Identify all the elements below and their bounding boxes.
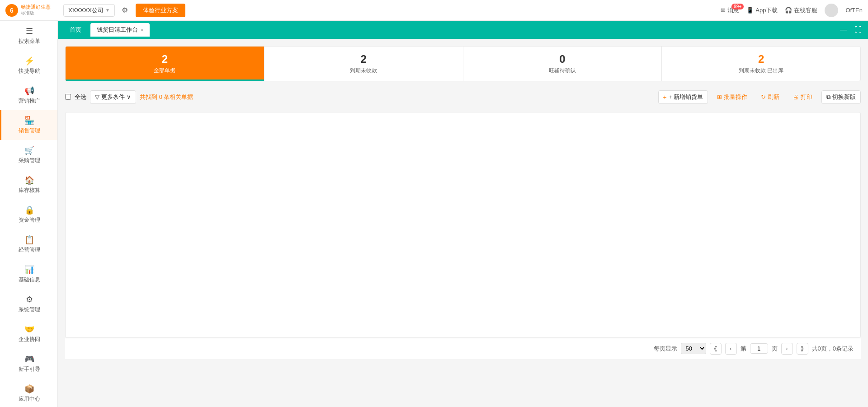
guide-icon: 🎮	[24, 354, 34, 364]
new-sales-btn[interactable]: + + 新增销货单	[658, 90, 708, 104]
stat-label-all: 全部单据	[75, 67, 255, 75]
page-input[interactable]	[750, 343, 768, 354]
found-count: 0	[159, 94, 162, 100]
sidebar-item-sales[interactable]: 🏪 销售管理	[0, 110, 57, 140]
stat-card-overdue-out[interactable]: 2 到期未收款 已出库	[662, 47, 860, 81]
company-dropdown-arrow: ▼	[105, 8, 110, 13]
tab-active-label: 钱货日清工作台	[97, 26, 138, 34]
print-btn[interactable]: 🖨 打印	[788, 91, 817, 103]
switch-icon: ⧉	[826, 94, 830, 101]
filter-arrow: ∨	[127, 94, 131, 100]
sidebar-item-basic-info[interactable]: 📊 基础信息	[0, 259, 57, 289]
experience-btn[interactable]: 体验行业方案	[136, 4, 185, 17]
switch-btn[interactable]: ⧉ 切换新版	[821, 90, 861, 104]
stat-label-overdue: 到期未收款	[274, 67, 454, 75]
sales-icon: 🏪	[24, 116, 34, 126]
enterprise-icon: 🤝	[24, 324, 34, 334]
stat-label-overdue-out: 到期未收款 已出库	[671, 67, 851, 75]
found-text: 共找到 0 条相关单据	[140, 93, 193, 101]
page-suffix-label: 页	[772, 345, 778, 353]
stat-num-wangwang: 0	[472, 53, 653, 66]
found-suffix: 条相关单据	[164, 94, 193, 100]
filter-icon: ▽	[95, 94, 99, 100]
print-icon: 🖨	[793, 94, 799, 100]
filter-btn[interactable]: ▽ 更多条件 ∨	[90, 90, 136, 104]
online-service-btn[interactable]: 🎧 在线客服	[785, 6, 817, 14]
per-page-label: 每页显示	[654, 345, 677, 353]
stat-card-overdue[interactable]: 2 到期未收款	[264, 47, 463, 81]
sidebar-label-system: 系统管理	[19, 306, 40, 313]
found-prefix: 共找到	[140, 94, 157, 100]
sidebar-label-finance: 资金管理	[19, 216, 40, 224]
sidebar-label-quick-nav: 快捷导航	[19, 67, 40, 75]
stat-label-wangwang: 旺辅待确认	[472, 67, 653, 75]
select-all-checkbox[interactable]	[65, 94, 71, 100]
next-page-btn[interactable]: ›	[781, 343, 793, 355]
purchase-icon: 🛒	[24, 145, 34, 155]
avatar[interactable]	[825, 4, 838, 17]
logo-area: 6 畅捷通好生意 标准版	[5, 4, 63, 17]
top-header: 6 畅捷通好生意 标准版 XXXXXX公司 ▼ ⚙ 体验行业方案 ✉ 消息 99…	[0, 0, 868, 21]
toolbar: 全选 ▽ 更多条件 ∨ 共找到 0 条相关单据 + + 新增销货单 ⊞ 批量操作…	[65, 87, 861, 108]
sidebar-item-guide[interactable]: 🎮 新手引导	[0, 349, 57, 379]
stat-num-overdue-out: 2	[671, 53, 851, 66]
tab-active[interactable]: 钱货日清工作台 ×	[90, 23, 150, 37]
refresh-btn[interactable]: ↻ 刷新	[756, 91, 784, 103]
search-menu-icon: ☰	[26, 26, 33, 36]
batch-btn[interactable]: ⊞ 批量操作	[712, 91, 752, 103]
sidebar-item-marketing[interactable]: 📢 营销推广	[0, 80, 57, 110]
tab-bar: 首页 钱货日清工作台 × — ⛶	[58, 21, 868, 39]
tab-close-btn[interactable]: ×	[141, 27, 143, 33]
batch-icon: ⊞	[717, 94, 722, 100]
basic-info-icon: 📊	[24, 265, 34, 275]
tab-expand-btn[interactable]: ⛶	[853, 24, 863, 35]
sidebar-item-operations[interactable]: 📋 经营管理	[0, 229, 57, 259]
logo-icon: 6	[5, 4, 18, 17]
last-page-btn[interactable]: ⟫	[797, 343, 808, 355]
sidebar-label-enterprise: 企业协同	[19, 336, 40, 343]
tab-home[interactable]: 首页	[62, 21, 89, 39]
settings-icon[interactable]: ⚙	[118, 4, 131, 17]
company-name: XXXXXX公司	[68, 6, 104, 14]
stat-card-wangwang[interactable]: 0 旺辅待确认	[463, 47, 662, 81]
stat-num-overdue: 2	[274, 53, 454, 66]
system-icon: ⚙	[26, 295, 33, 304]
sidebar-item-app-center[interactable]: 📦 应用中心	[0, 379, 57, 407]
sidebar-item-finance[interactable]: 🔒 资金管理	[0, 200, 57, 229]
app-download-btn[interactable]: 📱 App下载	[746, 6, 778, 14]
quick-nav-icon: ⚡	[24, 56, 34, 66]
app-download-label: App下载	[755, 6, 778, 14]
sidebar-item-purchase[interactable]: 🛒 采购管理	[0, 140, 57, 170]
filter-label: 更多条件	[101, 93, 125, 101]
message-badge: 99+	[731, 4, 744, 9]
tab-minimize-btn[interactable]: —	[838, 24, 849, 35]
table-area	[65, 112, 861, 338]
refresh-icon: ↻	[761, 94, 766, 100]
username-area[interactable]: OfTEn	[845, 7, 863, 14]
first-page-btn[interactable]: ⟪	[710, 343, 722, 355]
per-page-select[interactable]: 50 10 20 100	[681, 343, 706, 354]
sidebar-item-inventory[interactable]: 🏠 库存核算	[0, 170, 57, 200]
batch-label: 批量操作	[724, 93, 747, 101]
sidebar-label-inventory: 库存核算	[19, 187, 40, 194]
print-label: 打印	[801, 93, 812, 101]
logo-text: 畅捷通好生意	[21, 4, 51, 10]
prev-page-btn[interactable]: ‹	[725, 343, 737, 355]
operations-icon: 📋	[24, 235, 34, 245]
message-btn[interactable]: ✉ 消息 99+	[721, 6, 739, 14]
main-content: 2 全部单据 2 到期未收款 0 旺辅待确认 2 到期未收款 已出库 全选 ▽ …	[58, 39, 868, 407]
refresh-label: 刷新	[768, 93, 779, 101]
select-all-label: 全选	[75, 93, 86, 101]
sidebar-label-sales: 销售管理	[19, 127, 40, 135]
sidebar-item-quick-nav[interactable]: ⚡ 快捷导航	[0, 51, 57, 80]
sidebar-item-search-menu[interactable]: ☰ 搜索菜单	[0, 21, 57, 51]
sidebar-label-app-center: 应用中心	[19, 395, 40, 403]
stats-bar: 2 全部单据 2 到期未收款 0 旺辅待确认 2 到期未收款 已出库	[65, 46, 861, 81]
sidebar-item-system[interactable]: ⚙ 系统管理	[0, 289, 57, 319]
stat-num-all: 2	[75, 53, 255, 66]
stat-card-all[interactable]: 2 全部单据	[66, 47, 264, 81]
company-selector[interactable]: XXXXXX公司 ▼	[63, 4, 115, 17]
sidebar-item-enterprise[interactable]: 🤝 企业协同	[0, 319, 57, 349]
header-right: ✉ 消息 99+ 📱 App下载 🎧 在线客服 OfTEn	[721, 4, 863, 17]
online-service-label: 在线客服	[794, 6, 817, 14]
